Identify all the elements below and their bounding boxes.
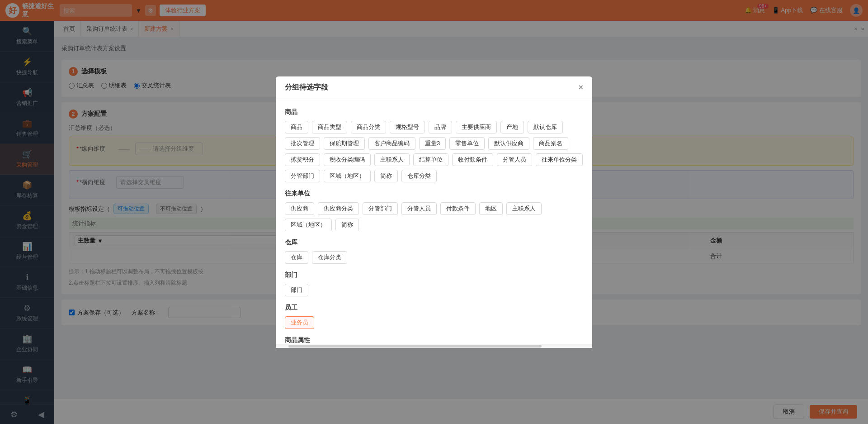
modal-title: 分组待选字段 [285,83,328,92]
section-warehouse-title: 仓库 [285,238,583,247]
field-product-category[interactable]: 商品分类 [351,121,386,133]
field-pickup-score[interactable]: 拣货积分 [285,153,320,166]
field-supplier-category[interactable]: 供应商分类 [318,202,359,215]
field-spec-type[interactable]: 规格型号 [390,121,425,133]
partner-fields-grid: 供应商 供应商分类 分管部门 分管人员 付款条件 地区 主联系人 区域（地区） … [285,202,583,231]
field-origin[interactable]: 产地 [500,121,524,133]
field-tax-code[interactable]: 税收分类编码 [324,153,371,166]
warehouse-fields-grid: 仓库 仓库分类 [285,251,583,264]
field-batch-mgmt[interactable]: 批次管理 [285,137,320,150]
field-weight3[interactable]: 重量3 [419,137,446,150]
field-product-type[interactable]: 商品类型 [312,121,347,133]
field-warehouse-cat[interactable]: 仓库分类 [312,251,347,264]
field-dept[interactable]: 部门 [285,284,308,296]
section-product-title: 商品 [285,108,583,116]
field-mgmt-person[interactable]: 分管人员 [401,202,437,215]
scrollbar-x-thumb[interactable] [288,345,542,348]
product-fields-grid: 商品 商品类型 商品分类 规格型号 品牌 主要供应商 产地 默认仓库 批次管理 … [285,121,583,182]
section-department-title: 部门 [285,271,583,279]
field-brand[interactable]: 品牌 [429,121,452,133]
field-settlement-unit[interactable]: 结算单位 [413,153,448,166]
field-dept-manager[interactable]: 分管人员 [497,153,532,166]
modal-header: 分组待选字段 × [276,76,592,99]
field-contact[interactable]: 主联系人 [506,202,542,215]
staff-fields-grid: 业务员 [285,316,583,329]
field-warehouse-item[interactable]: 仓库 [285,251,308,264]
section-partner-title: 往来单位 [285,190,583,198]
field-warehouse-category[interactable]: 仓库分类 [401,170,437,182]
field-main-contact[interactable]: 主联系人 [374,153,410,166]
section-product-attr-title: 商品属性 [285,336,583,344]
field-product[interactable]: 商品 [285,121,308,133]
field-supplier[interactable]: 供应商 [285,202,314,215]
field-abbrev[interactable]: 简称 [335,219,359,231]
department-fields-grid: 部门 [285,284,583,296]
field-region[interactable]: 地区 [479,202,503,215]
field-managing-dept[interactable]: 分管部门 [285,170,320,182]
field-area-region[interactable]: 区域（地区） [285,219,332,231]
modal-close-button[interactable]: × [578,83,583,92]
field-product-alias[interactable]: 商品别名 [533,137,568,150]
modal-scrollbar-x[interactable] [276,344,592,348]
field-payment-terms[interactable]: 收付款条件 [452,153,493,166]
field-short-name[interactable]: 简称 [374,170,398,182]
field-payment-cond[interactable]: 付款条件 [440,202,476,215]
field-main-supplier[interactable]: 主要供应商 [456,121,497,133]
modal: 分组待选字段 × 商品 商品 商品类型 商品分类 规格型号 品牌 主要供应商 产… [276,76,592,348]
modal-body: 商品 商品 商品类型 商品分类 规格型号 品牌 主要供应商 产地 默认仓库 批次… [276,99,592,344]
field-quality-mgmt[interactable]: 保质期管理 [324,137,365,150]
field-default-supplier[interactable]: 默认供应商 [488,137,529,150]
field-region-area[interactable]: 区域（地区） [324,170,371,182]
modal-overlay: 分组待选字段 × 商品 商品 商品类型 商品分类 规格型号 品牌 主要供应商 产… [0,0,868,424]
field-mgmt-dept[interactable]: 分管部门 [363,202,398,215]
section-staff-title: 员工 [285,304,583,312]
field-customer-code[interactable]: 客户商品编码 [368,137,415,150]
field-source-unit-cat[interactable]: 往来单位分类 [536,153,583,166]
field-default-warehouse[interactable]: 默认仓库 [528,121,563,133]
field-retail-unit[interactable]: 零售单位 [449,137,485,150]
field-salesperson[interactable]: 业务员 [285,316,314,329]
